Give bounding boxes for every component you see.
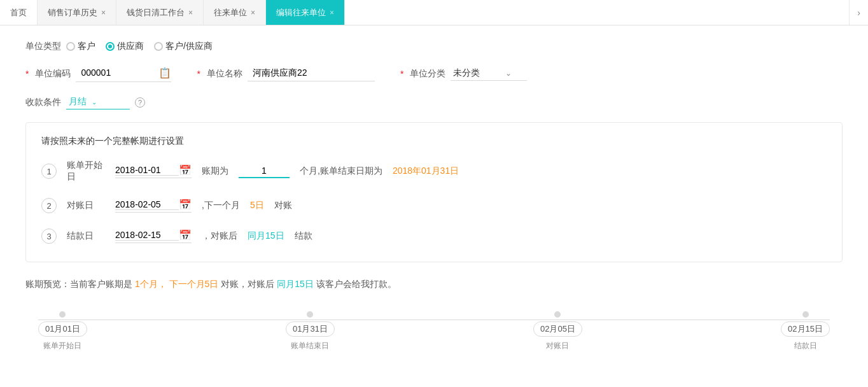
period-field-2: 对账日 (67, 200, 105, 211)
main-content: 单位类型 客户 供应商 客户/供应商 * 单位编码 (0, 25, 868, 387)
period-end-date: 2018年01月31日 (393, 165, 459, 177)
timeline-point-2: 01月31日 账单结束日 (286, 309, 335, 351)
tab-edit-partner-close[interactable]: × (330, 8, 334, 17)
unit-code-group: * 单位编码 📋 (25, 65, 171, 82)
timeline-label-2: 账单结束日 (291, 341, 329, 351)
radio-customer[interactable]: 客户 (66, 41, 95, 52)
period-row-2: 2 对账日 📅 ,下一个月 5日 对账 (41, 198, 827, 213)
period-box: 请按照未来的一个完整帐期进行设置 1 账单开始日 📅 账期为 个月,账单结束日期… (25, 122, 843, 262)
tab-edit-partner-label: 编辑往来单位 (276, 7, 326, 18)
tab-cash-work-close[interactable]: × (188, 8, 193, 17)
period-date-1-input[interactable] (115, 165, 179, 176)
radio-customer-circle (66, 42, 75, 51)
period-date-3-icon[interactable]: 📅 (179, 229, 192, 241)
period-num-2: 2 (41, 198, 57, 213)
period-date-2-input[interactable] (115, 199, 179, 210)
tab-sales-order[interactable]: 销售订单历史 × (38, 0, 116, 25)
tab-bar: 首页 销售订单历史 × 钱货日清工作台 × 往来单位 × 编辑往来单位 × › (0, 0, 868, 25)
timeline-date-2: 01月31日 (286, 321, 335, 337)
period-month-unit: 个月,账单结束日期为 (300, 165, 382, 177)
timeline-label-3: 对账日 (546, 341, 569, 351)
period-row3-prefix: ，对账后 (202, 230, 237, 242)
unit-info-row: * 单位编码 📋 * 单位名称 * 单位分类 未分类 ⌄ (25, 65, 843, 82)
period-date-1-icon[interactable]: 📅 (179, 164, 192, 176)
payment-value: 月结 (69, 96, 87, 108)
unit-code-input-wrapper: 📋 (76, 65, 171, 82)
tab-home-label: 首页 (10, 7, 27, 18)
classify-chevron-icon: ⌄ (505, 69, 512, 78)
timeline-label-1: 账单开始日 (43, 341, 81, 351)
unit-type-row: 单位类型 客户 供应商 客户/供应商 (25, 41, 843, 52)
timeline-point-1: 01月01日 账单开始日 (38, 309, 87, 351)
preview-text: 账期预览：当前客户账期是 1个月， 下一个月5日 对账，对账后 同月15日 该客… (25, 279, 843, 290)
preview-period: 1个月， (135, 279, 167, 289)
preview-section: 账期预览：当前客户账期是 1个月， 下一个月5日 对账，对账后 同月15日 该客… (25, 272, 843, 364)
unit-code-icon[interactable]: 📋 (158, 67, 171, 79)
period-row3-suffix: 结款 (295, 230, 312, 242)
tab-edit-partner[interactable]: 编辑往来单位 × (266, 0, 345, 25)
period-row3-day: 同月15日 (248, 230, 284, 242)
unit-code-input[interactable] (76, 65, 158, 80)
unit-code-required: * (25, 69, 29, 79)
payment-group: 收款条件 月结 ⌄ ? (25, 95, 145, 109)
payment-chevron-icon: ⌄ (92, 99, 97, 106)
timeline-date-4: 02月15日 (781, 321, 830, 337)
preview-middle: 下一个月5日 (169, 279, 219, 289)
unit-classify-required: * (400, 69, 403, 79)
radio-supplier-label: 供应商 (117, 41, 144, 52)
tab-home[interactable]: 首页 (0, 0, 38, 25)
radio-supplier-circle (106, 42, 115, 51)
unit-name-input[interactable] (248, 66, 375, 81)
timeline-dot-3 (554, 311, 561, 318)
timeline-dot-4 (802, 311, 809, 318)
period-for-label: 账期为 (202, 165, 228, 177)
unit-classify-label: 单位分类 (410, 68, 445, 80)
unit-name-label: 单位名称 (207, 68, 242, 80)
preview-suffix: 该客户会给我打款。 (316, 279, 396, 289)
timeline-date-1: 01月01日 (38, 321, 87, 337)
payment-select[interactable]: 月结 ⌄ (66, 95, 130, 109)
tab-partner[interactable]: 往来单位 × (204, 0, 266, 25)
period-row2-suffix: 对账 (274, 200, 292, 211)
timeline-dot-1 (59, 311, 66, 318)
tab-sales-order-close[interactable]: × (101, 8, 106, 17)
payment-help-icon[interactable]: ? (135, 97, 145, 108)
unit-classify-select[interactable]: 未分类 ⌄ (451, 66, 527, 81)
preview-day15: 同月15日 (277, 279, 314, 289)
preview-middle2: 对账，对账后 (221, 279, 274, 289)
unit-type-group: 单位类型 客户 供应商 客户/供应商 (25, 41, 213, 52)
period-field-1: 账单开始日 (67, 160, 105, 183)
tab-partner-label: 往来单位 (214, 7, 247, 18)
tab-cash-work[interactable]: 钱货日清工作台 × (116, 0, 204, 25)
period-row-1: 1 账单开始日 📅 账期为 个月,账单结束日期为 2018年01月31日 (41, 160, 827, 183)
period-row2-day: 5日 (250, 200, 264, 211)
period-date-2-wrapper: 📅 (115, 199, 192, 213)
radio-customer-label: 客户 (78, 41, 95, 52)
radio-both-circle (154, 42, 163, 51)
unit-classify-group: * 单位分类 未分类 ⌄ (400, 66, 527, 81)
period-title: 请按照未来的一个完整帐期进行设置 (41, 136, 827, 147)
period-date-3-wrapper: 📅 (115, 229, 192, 243)
timeline-date-3: 02月05日 (533, 321, 582, 337)
period-date-2-icon[interactable]: 📅 (179, 199, 192, 211)
timeline-point-3: 02月05日 对账日 (533, 309, 582, 351)
unit-name-required: * (197, 69, 200, 79)
timeline-label-4: 结款日 (794, 341, 817, 351)
radio-both[interactable]: 客户/供应商 (154, 41, 213, 52)
timeline-points: 01月01日 账单开始日 01月31日 账单结束日 02月05日 对账日 (38, 309, 830, 351)
radio-supplier[interactable]: 供应商 (106, 41, 144, 52)
timeline: 01月01日 账单开始日 01月31日 账单结束日 02月05日 对账日 (25, 303, 843, 358)
period-field-3: 结款日 (67, 230, 105, 242)
period-date-1-wrapper: 📅 (115, 164, 192, 178)
period-months-input[interactable] (239, 164, 290, 178)
payment-row: 收款条件 月结 ⌄ ? (25, 95, 843, 109)
tab-partner-close[interactable]: × (251, 8, 255, 17)
preview-prefix: 账期预览：当前客户账期是 (25, 279, 132, 289)
unit-code-label: 单位编码 (35, 68, 71, 80)
tab-sales-order-label: 销售订单历史 (48, 7, 97, 18)
timeline-point-4: 02月15日 结款日 (781, 309, 830, 351)
radio-group: 客户 供应商 客户/供应商 (66, 41, 213, 52)
unit-type-label: 单位类型 (25, 41, 61, 52)
period-date-3-input[interactable] (115, 230, 179, 241)
tab-overflow-arrow[interactable]: › (849, 0, 868, 25)
